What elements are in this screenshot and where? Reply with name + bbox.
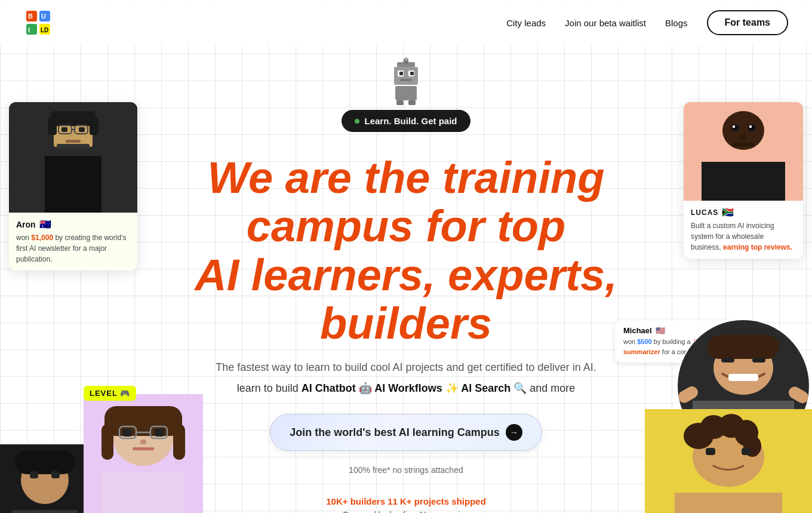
lucas-name: LUCAS 🇿🇦: [691, 207, 796, 218]
michael-flag: 🇺🇸: [656, 326, 665, 335]
lucas-highlight: earning top reviews.: [723, 243, 792, 251]
svg-rect-27: [749, 125, 752, 128]
svg-rect-13: [45, 156, 102, 213]
lucas-photo: [684, 102, 803, 201]
svg-rect-50: [104, 406, 182, 436]
svg-rect-10: [51, 111, 96, 126]
aron-money: $1,000: [31, 234, 53, 242]
svg-rect-47: [12, 510, 78, 513]
svg-rect-59: [133, 447, 154, 450]
card-lucas: ⭐: [684, 102, 803, 259]
svg-rect-58: [140, 440, 146, 444]
tags-prefix: learn to build: [237, 382, 299, 394]
learn-badge: Learn. Build. Get paid: [342, 110, 470, 132]
cta-arrow-icon: →: [506, 424, 522, 441]
svg-rect-15: [79, 127, 85, 132]
svg-rect-60: [102, 472, 185, 513]
navbar: B U I LD City leads Join our beta waitli…: [0, 0, 812, 45]
svg-text:U: U: [41, 13, 46, 20]
svg-rect-12: [90, 117, 99, 135]
card-aron: Aron 🇦🇺 won $1,000 by creating the world…: [9, 102, 137, 271]
aron-desc: won $1,000 by creating the world's first…: [16, 232, 130, 265]
nav-for-teams-button[interactable]: For teams: [707, 10, 788, 35]
tag-chatbot: AI Chatbot 🤖: [302, 382, 374, 394]
lucas-flag: 🇿🇦: [722, 207, 734, 218]
svg-rect-53: [122, 429, 132, 437]
svg-rect-67: [752, 358, 765, 363]
svg-text:LD: LD: [41, 27, 48, 33]
lucas-desc: Built a custom AI invoicing system for a…: [691, 220, 796, 253]
svg-rect-41: [408, 100, 416, 105]
svg-rect-51: [102, 424, 113, 460]
tag-workflows: AI Workflows ✨: [374, 382, 461, 394]
aron-photo: [9, 102, 137, 213]
svg-rect-29: [733, 143, 754, 146]
svg-rect-66: [721, 358, 734, 363]
svg-rect-45: [30, 471, 38, 478]
tag-search: AI Search 🔍: [461, 382, 530, 394]
hero-title-line2: AI learners, experts, builders: [195, 250, 617, 348]
svg-rect-31: [394, 67, 418, 85]
cta-join-button[interactable]: Join the world's best AI learning Campus…: [270, 414, 542, 451]
robot-area: [0, 57, 812, 105]
svg-rect-38: [400, 79, 412, 81]
svg-rect-39: [395, 86, 417, 100]
aron-flag: 🇦🇺: [39, 219, 51, 230]
lucas-card-body: LUCAS 🇿🇦 Built a custom AI invoicing sys…: [684, 201, 803, 259]
svg-rect-20: [57, 144, 90, 149]
badge-text: Learn. Build. Get paid: [364, 116, 457, 126]
svg-rect-11: [48, 117, 57, 135]
nav-city-leads[interactable]: City leads: [506, 18, 546, 28]
svg-rect-24: [731, 125, 739, 131]
card-diya: Diya Topped the leads board...: [0, 444, 90, 513]
svg-rect-81: [742, 448, 751, 455]
svg-rect-68: [728, 374, 758, 381]
logo-icon: B U I LD: [24, 8, 53, 37]
badge-dot: [355, 119, 359, 124]
svg-rect-14: [61, 127, 67, 132]
aron-card-body: Aron 🇦🇺 won $1,000 by creating the world…: [9, 213, 137, 271]
svg-rect-33: [405, 57, 407, 61]
cta-button-label: Join the world's best AI learning Campus: [290, 426, 500, 439]
svg-rect-54: [155, 429, 164, 437]
svg-rect-52: [173, 424, 185, 460]
nav-blogs[interactable]: Blogs: [665, 18, 688, 28]
logo[interactable]: B U I LD: [24, 8, 53, 37]
card-mandy: LEVEL 🎮 Mandy 🇪: [84, 394, 203, 513]
svg-rect-44: [15, 450, 75, 474]
svg-rect-26: [733, 125, 735, 128]
nav-links: City leads Join our beta waitlist Blogs …: [506, 10, 788, 35]
svg-text:B: B: [28, 13, 33, 20]
svg-rect-65: [708, 335, 779, 359]
nav-beta-waitlist[interactable]: Join our beta waitlist: [565, 18, 646, 28]
svg-rect-23: [702, 162, 785, 201]
svg-rect-28: [740, 135, 746, 140]
svg-rect-25: [748, 125, 755, 131]
card-james-wrap: James 🇩🇪: [645, 409, 812, 513]
svg-text:I: I: [28, 26, 30, 33]
svg-rect-79: [675, 493, 782, 513]
svg-rect-80: [706, 448, 715, 455]
aron-name: Aron 🇦🇺: [16, 219, 130, 230]
hero-subtitle: The fastest way to learn to build cool A…: [197, 359, 615, 376]
svg-rect-19: [66, 140, 81, 143]
level-badge: LEVEL 🎮: [84, 386, 136, 401]
hero-title-line1: We are the training campus for top: [208, 153, 605, 251]
svg-rect-46: [51, 471, 60, 478]
pixel-robot-icon: [382, 57, 430, 105]
svg-rect-36: [399, 72, 403, 75]
tags-suffix: and more: [530, 382, 575, 394]
svg-rect-37: [410, 72, 414, 75]
svg-rect-40: [396, 100, 404, 105]
hero-title: We are the training campus for top AI le…: [137, 153, 675, 348]
